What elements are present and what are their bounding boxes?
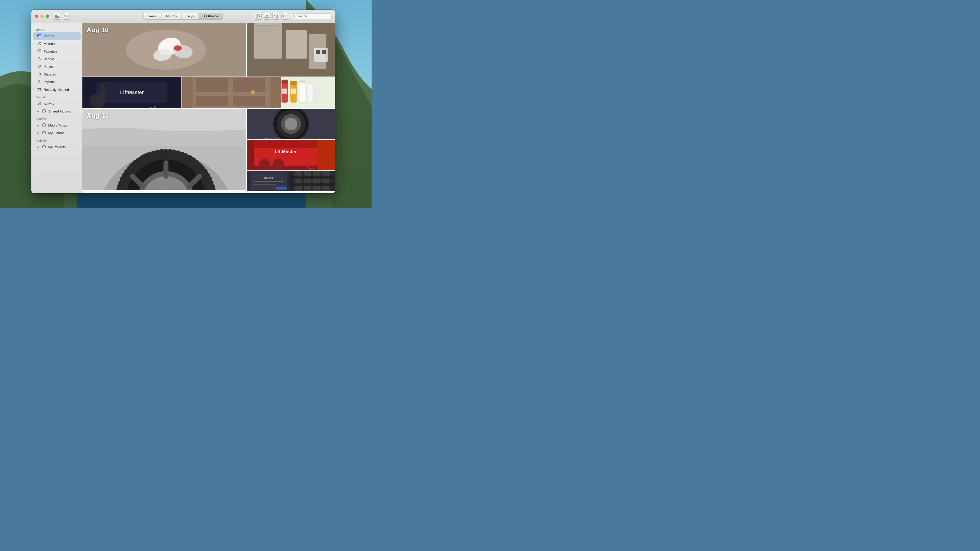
sidebar-item-memories[interactable]: Memories: [33, 40, 81, 48]
shared-albums-label: Shared Albums: [48, 110, 71, 113]
tab-years[interactable]: Years: [143, 13, 162, 20]
aug13-r2-photo[interactable]: LiftMaster myQ: [247, 140, 335, 170]
sidebar-item-favorites[interactable]: Favorites: [33, 48, 81, 55]
shared-albums-expand-icon: ▶: [37, 110, 39, 113]
svg-rect-59: [308, 83, 313, 103]
svg-line-12: [295, 17, 296, 17]
favorites-icon: [37, 49, 41, 54]
aug13-grid: Aug 13: [83, 109, 335, 191]
svg-rect-103: [304, 171, 311, 191]
svg-text:8182 Op 592: 8182 Op 592: [264, 138, 279, 139]
svg-rect-61: [282, 89, 287, 94]
favorite-button[interactable]: [272, 13, 280, 20]
sidebar-item-photos[interactable]: Photos: [33, 32, 81, 40]
zoom-slider[interactable]: ⊟○⊞: [63, 13, 70, 20]
svg-rect-35: [256, 25, 280, 27]
sidebar-item-activity[interactable]: Activity: [33, 100, 81, 107]
svg-rect-107: [291, 183, 335, 186]
svg-point-51: [251, 90, 255, 94]
sidebar-item-recents[interactable]: Recents: [33, 71, 81, 78]
svg-rect-6: [57, 17, 59, 18]
svg-rect-88: [254, 140, 317, 148]
aug10-top-right-photo[interactable]: •••: [247, 23, 335, 76]
shared-section-label: Shared: [32, 94, 82, 100]
my-albums-label: My Albums: [48, 131, 65, 135]
shared-albums-icon: [41, 109, 46, 114]
sidebar-item-recently-deleted[interactable]: Recently Deleted: [33, 86, 81, 94]
activity-label: Activity: [44, 102, 54, 106]
search-bar[interactable]: [291, 14, 331, 19]
tab-all-photos[interactable]: All Photos: [199, 13, 223, 20]
aug13-right-column: ••• 8182 Op 592 8182: [247, 109, 335, 191]
sidebar-item-people[interactable]: People: [33, 56, 81, 63]
sidebar-item-media-types[interactable]: ▶ Media Types: [33, 122, 81, 129]
aug10-b3-photo[interactable]: +6: [282, 77, 335, 108]
titlebar: ⊟○⊞ Years Months Days All Photos: [32, 10, 335, 23]
aug10-b1-photo[interactable]: LiftMaster myQ: [83, 77, 181, 108]
add-to-icon: [283, 14, 287, 18]
svg-rect-57: [299, 82, 306, 103]
sidebar-item-my-albums[interactable]: ▶ My Albums: [33, 129, 81, 137]
svg-rect-58: [299, 79, 306, 83]
sidebar-toggle-button[interactable]: [54, 13, 61, 20]
aug13-r1-svg: 8182 Op 592 8182: [247, 109, 335, 139]
svg-rect-37: [256, 32, 273, 32]
svg-rect-56: [290, 81, 297, 85]
aug10-main-photo[interactable]: Aug 10: [83, 23, 246, 76]
search-input[interactable]: [297, 14, 329, 18]
aug13-r3-left-photo[interactable]: DEVICE: [247, 171, 291, 191]
svg-rect-60: [315, 85, 320, 103]
svg-rect-62: [291, 89, 296, 94]
svg-text:LiftMaster: LiftMaster: [275, 149, 297, 154]
share-icon: [265, 14, 269, 18]
aug10-b1-svg: LiftMaster myQ: [83, 77, 181, 108]
svg-point-83: [285, 118, 298, 130]
share-button[interactable]: [263, 13, 271, 20]
recents-icon: [37, 72, 41, 77]
sidebar-toggle-group: ⊟○⊞: [54, 13, 70, 20]
people-label: People: [44, 57, 54, 61]
my-projects-expand-icon: ▶: [37, 146, 39, 148]
aug13-main-photo[interactable]: Aug 13: [83, 109, 246, 190]
aug10-b3-svg: [282, 77, 335, 108]
aug13-r3-right-photo[interactable]: [291, 171, 335, 191]
photos-icon: [37, 34, 41, 38]
sidebar-item-my-projects[interactable]: ▶ My Projects: [33, 143, 81, 151]
aug10-tr-svg: [247, 23, 335, 76]
sidebar-item-imports[interactable]: Imports: [33, 78, 81, 86]
close-button[interactable]: [35, 14, 38, 18]
my-projects-icon: [41, 144, 46, 149]
minimize-button[interactable]: [40, 14, 44, 18]
aug13-r3r-svg: [291, 171, 335, 191]
svg-rect-102: [295, 171, 302, 191]
aug10-b2-photo[interactable]: [182, 77, 281, 108]
people-icon: [37, 57, 41, 62]
photos-window: ⊟○⊞ Years Months Days All Photos: [32, 10, 335, 193]
tab-days[interactable]: Days: [182, 13, 199, 20]
svg-point-9: [258, 15, 258, 16]
svg-point-91: [259, 159, 270, 169]
library-section-label: Library: [32, 26, 82, 32]
imports-label: Imports: [44, 80, 55, 84]
toolbar-actions: [254, 13, 331, 20]
maximize-button[interactable]: [46, 14, 49, 18]
sidebar-item-places[interactable]: Places: [33, 63, 81, 70]
svg-rect-21: [42, 110, 45, 112]
svg-text:8182: 8182: [300, 138, 305, 139]
info-button[interactable]: [254, 13, 262, 20]
memories-label: Memories: [44, 42, 58, 46]
aug13-r1-photo[interactable]: ••• 8182 Op 592 8182: [247, 109, 335, 139]
recents-label: Recents: [44, 73, 56, 76]
add-to-button[interactable]: [282, 13, 289, 20]
sidebar-item-shared-albums[interactable]: ▶ Shared Albums: [33, 108, 81, 115]
recently-deleted-label: Recently Deleted: [44, 88, 69, 92]
favorites-label: Favorites: [44, 49, 57, 53]
svg-rect-105: [322, 171, 330, 191]
svg-rect-40: [322, 50, 326, 54]
svg-text:myQ: myQ: [150, 106, 156, 108]
aug13-r3l-svg: DEVICE: [247, 171, 291, 191]
aug13-main-svg: [83, 109, 246, 190]
tab-months[interactable]: Months: [161, 13, 182, 20]
albums-section-label: Albums: [32, 115, 82, 121]
my-projects-label: My Projects: [48, 145, 65, 149]
